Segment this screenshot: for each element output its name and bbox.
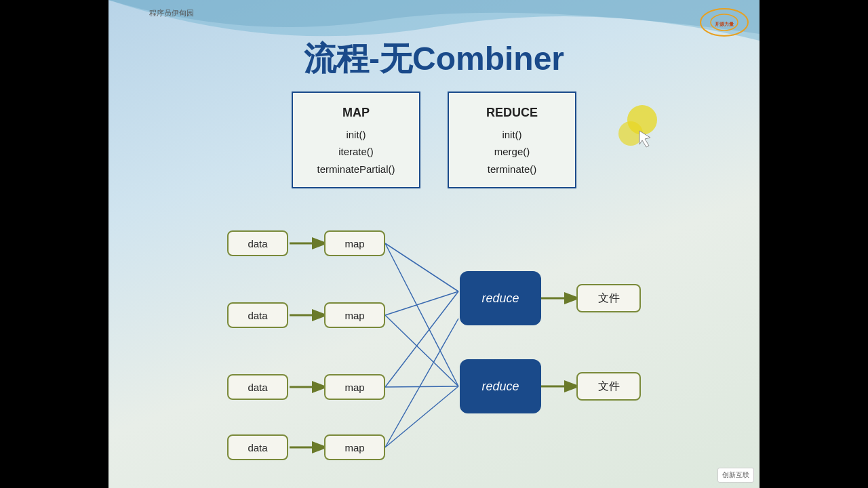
file-node-2: 文件 [576, 372, 641, 401]
data-node-4: data [227, 434, 288, 460]
info-boxes-container: MAP init() iterate() terminatePartial() … [292, 92, 576, 188]
reduce-box-title: REDUCE [469, 102, 555, 123]
svg-line-15 [385, 386, 458, 387]
svg-line-17 [385, 386, 458, 447]
file-node-1: 文件 [576, 284, 641, 312]
map-node-3: map [324, 374, 385, 400]
logo-top-right: 开源力量 [697, 5, 751, 39]
svg-line-13 [385, 315, 458, 386]
svg-line-10 [385, 243, 458, 291]
data-node-1: data [227, 230, 288, 256]
reduce-line-2: merge() [469, 143, 555, 161]
map-node-2: map [324, 302, 385, 328]
reduce-line-3: terminate() [469, 161, 555, 178]
slide: 程序员伊甸园 开源力量 流程-无Combiner MAP init() iter… [108, 0, 760, 488]
bottom-logo: 创新互联 [717, 468, 754, 483]
slide-title: 流程-无Combiner [108, 37, 760, 81]
svg-line-12 [385, 291, 458, 315]
reduce-info-box: REDUCE init() merge() terminate() [448, 92, 576, 188]
data-node-3: data [227, 374, 288, 400]
svg-line-11 [385, 243, 458, 386]
map-line-3: terminatePartial() [313, 161, 399, 178]
svg-line-14 [385, 291, 458, 387]
watermark: 程序员伊甸园 [149, 8, 194, 18]
svg-text:开源力量: 开源力量 [715, 21, 734, 26]
reduce-node-2: reduce [460, 359, 541, 413]
svg-line-16 [385, 319, 458, 447]
map-line-1: init() [313, 126, 399, 144]
map-node-4: map [324, 434, 385, 460]
map-line-2: iterate() [313, 143, 399, 161]
data-node-2: data [227, 302, 288, 328]
map-node-1: map [324, 230, 385, 256]
reduce-line-1: init() [469, 126, 555, 144]
reduce-node-1: reduce [460, 271, 541, 325]
map-info-box: MAP init() iterate() terminatePartial() [292, 92, 420, 188]
cursor-highlight [614, 105, 661, 152]
map-box-title: MAP [313, 102, 399, 123]
